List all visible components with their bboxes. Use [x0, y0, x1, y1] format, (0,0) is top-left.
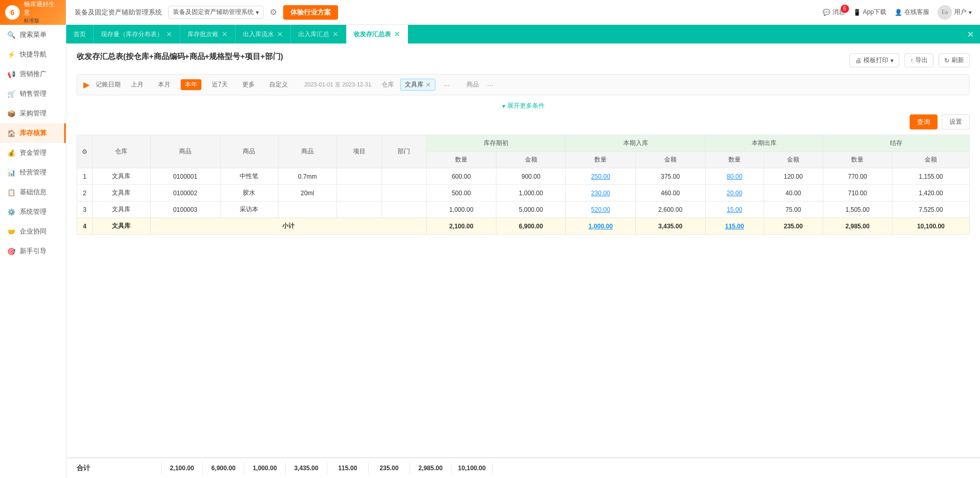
row-goods-code: 0100001 [150, 168, 220, 185]
sidebar-item-label: 系统管理 [20, 207, 47, 216]
total-out-qty: 115.00 [327, 462, 369, 474]
goods-filter-more[interactable]: ··· [487, 81, 493, 89]
enterprise-icon: 🤝 [7, 228, 16, 236]
sidebar-item-marketing[interactable]: 📢营销推广 [0, 64, 66, 84]
sidebar-item-label: 快捷导航 [20, 50, 47, 59]
date-btn-more[interactable]: 更多 [238, 79, 259, 90]
inventory-icon: 🏠 [7, 129, 16, 137]
tabbar-close-button[interactable]: ✕ [961, 25, 980, 44]
tab-batch[interactable]: 库存批次账✕ [180, 25, 236, 44]
subtotal-in-amt: 3,435.00 [636, 218, 706, 235]
filter-more-icon[interactable]: ··· [444, 81, 450, 89]
query-button[interactable]: 查询 [910, 114, 938, 129]
date-btn-this-month[interactable]: 本月 [154, 79, 174, 90]
row-goods-code: 0100002 [150, 185, 220, 201]
subtotal-open-qty: 2,100.00 [427, 218, 496, 235]
subtotal-out-amt: 235.00 [764, 218, 823, 235]
tab-close-in_out_flow[interactable]: ✕ [277, 30, 283, 38]
warehouse-tag-close[interactable]: ✕ [426, 81, 431, 89]
col-settings[interactable]: ⚙ [77, 135, 93, 168]
subtotal-out-qty[interactable]: 115.00 [705, 218, 764, 235]
messages-badge: 6 [841, 5, 849, 13]
tab-close-in_out_summary[interactable]: ✕ [332, 30, 339, 38]
tab-close-inventory_dist[interactable]: ✕ [166, 30, 172, 38]
tab-recv_send_summary[interactable]: 收发存汇总表✕ [346, 25, 408, 44]
row-num: 2 [77, 185, 93, 201]
out-amt-header: 金额 [764, 152, 823, 168]
app-download-button[interactable]: 📱 App下载 [853, 8, 886, 17]
system-select[interactable]: 装备及固定资产辅助管理系统 ▾ [168, 6, 264, 19]
date-btn-this-year[interactable]: 本年 [181, 79, 201, 90]
date-btn-last-month[interactable]: 上月 [127, 79, 148, 90]
sidebar-item-search[interactable]: 🔍搜索菜单 [0, 25, 66, 45]
message-icon: 💬 [823, 9, 830, 16]
col-closing-header: 结存 [823, 135, 969, 152]
sidebar-item-enterprise[interactable]: 🤝企业协同 [0, 222, 66, 241]
row-in-qty[interactable]: 230.00 [566, 185, 636, 201]
row-close-amt: 1,420.00 [893, 185, 970, 201]
setting-button[interactable]: 设置 [942, 114, 970, 129]
messages-button[interactable]: 💬 消息 6 [823, 8, 845, 17]
sidebar-item-purchase[interactable]: 📦采购管理 [0, 104, 66, 123]
total-open-qty: 2,100.00 [162, 462, 203, 474]
tab-in_out_summary[interactable]: 出入库汇总✕ [291, 25, 346, 44]
filter-collapse-icon[interactable]: ▶ [83, 80, 90, 90]
sidebar-item-inventory[interactable]: 🏠库存核算 [0, 123, 66, 143]
date-range-display: 2023-01-01 至 2023-12-31 [304, 81, 372, 89]
subtotal-open-amt: 6,900.00 [496, 218, 566, 235]
sidebar-item-label: 企业协同 [20, 227, 47, 236]
tab-close-batch[interactable]: ✕ [222, 30, 228, 38]
sidebar-item-sales[interactable]: 🛒销售管理 [0, 84, 66, 104]
online-service-button[interactable]: 👤 在线客服 [895, 8, 929, 17]
topbar: 装备及固定资产辅助管理系统 装备及固定资产辅助管理系统 ▾ ⚙ 体验行业方案 💬… [66, 0, 980, 25]
row-out-qty[interactable]: 20.00 [705, 185, 764, 201]
sidebar-logo[interactable]: 6 畅库通好生意 标准版 [0, 0, 66, 25]
warehouse-filter-tag[interactable]: 文具库 ✕ [400, 79, 435, 91]
col-opening-header: 库存期初 [427, 135, 566, 152]
user-menu[interactable]: Ea 用户 ▾ [938, 5, 972, 20]
chevron-down-icon: ▾ [890, 57, 894, 64]
row-project [337, 185, 382, 201]
tab-close-recv_send_summary[interactable]: ✕ [394, 30, 400, 38]
sidebar-nav: 🔍搜索菜单⚡快捷导航📢营销推广🛒销售管理📦采购管理🏠库存核算💰资金管理📊经营管理… [0, 25, 66, 261]
date-btn-7days[interactable]: 近7天 [208, 79, 232, 90]
row-out-qty[interactable]: 80.00 [705, 168, 764, 185]
export-button[interactable]: ↑ 导出 [904, 53, 933, 67]
tabs-container: 首页现存量（库存分布表）✕库存批次账✕出入库流水✕出入库汇总✕收发存汇总表✕ [66, 25, 408, 44]
sidebar-item-finance[interactable]: 💰资金管理 [0, 143, 66, 163]
row-warehouse: 文具库 [93, 185, 151, 201]
row-goods-name: 采访本 [220, 201, 278, 218]
trial-button[interactable]: 体验行业方案 [283, 5, 338, 20]
print-button[interactable]: 🖨 模板打印 ▾ [850, 53, 899, 67]
tab-inventory_dist[interactable]: 现存量（库存分布表）✕ [94, 25, 180, 44]
date-btn-custom[interactable]: 自定义 [265, 79, 292, 90]
subtotal-in-qty[interactable]: 1,000.00 [566, 218, 636, 235]
sidebar-item-base_info[interactable]: 📋基础信息 [0, 182, 66, 202]
row-project [337, 168, 382, 185]
col-goods-spec-header: 商品 [278, 135, 337, 168]
avatar: Ea [938, 5, 952, 20]
tab-home[interactable]: 首页 [66, 25, 94, 44]
sidebar-item-label: 经营管理 [20, 168, 47, 177]
row-in-qty[interactable]: 520.00 [566, 201, 636, 218]
row-in-qty[interactable]: 250.00 [566, 168, 636, 185]
sidebar-item-guide[interactable]: 🎯新手引导 [0, 241, 66, 261]
row-department [382, 201, 427, 218]
logo-sub: 标准版 [24, 17, 61, 24]
sales-icon: 🛒 [7, 90, 16, 98]
tab-in_out_flow[interactable]: 出入库流水✕ [236, 25, 291, 44]
total-in-amt: 3,435.00 [286, 462, 327, 474]
sidebar-item-quick_nav[interactable]: ⚡快捷导航 [0, 45, 66, 64]
sidebar-item-label: 采购管理 [20, 109, 47, 118]
refresh-button[interactable]: ↻ 刷新 [939, 53, 970, 67]
sidebar-item-system[interactable]: ⚙️系统管理 [0, 202, 66, 222]
row-out-qty[interactable]: 15.00 [705, 201, 764, 218]
gear-icon[interactable]: ⚙ [270, 7, 277, 17]
chevron-down-icon: ▾ [969, 9, 972, 16]
row-goods-code: 0100003 [150, 201, 220, 218]
expand-conditions-row[interactable]: ▾ 展开更多条件 [77, 99, 970, 112]
row-goods-spec [278, 201, 337, 218]
sidebar-item-label: 销售管理 [20, 89, 47, 98]
sidebar-item-operations[interactable]: 📊经营管理 [0, 163, 66, 182]
tab-label-batch: 库存批次账 [187, 30, 218, 39]
